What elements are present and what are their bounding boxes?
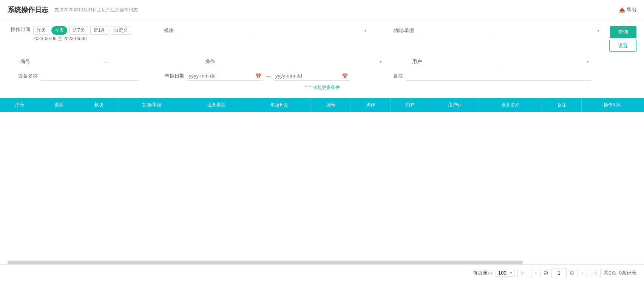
collapse-label: 收起更多条件 <box>313 85 340 90</box>
page-subtitle: 支持2020年10月31日之后产生的操作日志 <box>54 7 138 13</box>
query-button[interactable]: 查询 <box>610 26 636 38</box>
operation-select[interactable] <box>218 57 293 66</box>
module-select[interactable] <box>177 26 252 35</box>
doc-date-label: 单据日期 <box>154 73 184 79</box>
time-btn-today[interactable]: 今天 <box>51 26 67 35</box>
func-label: 功能/单据 <box>384 27 414 34</box>
per-page-select[interactable]: 100 50 200 <box>496 269 514 277</box>
calendar-from-icon[interactable]: 📅 <box>255 73 261 79</box>
filter-area: 操作时间 昨天 今天 近7天 近1月 自定义 2023-06-06 至 2023… <box>0 20 644 98</box>
col-index: 序号 <box>0 98 39 112</box>
table-header-row: 序号 类型 模块 功能/单据 业务类型 单据日期 编号 操作 用户 用户ip 设… <box>0 98 644 112</box>
code-to-input[interactable] <box>111 57 177 66</box>
col-type: 类型 <box>39 98 79 112</box>
page-label: 第 <box>544 270 548 276</box>
col-user-ip: 用户ip <box>430 98 479 112</box>
device-input[interactable] <box>41 71 139 81</box>
horizontal-scrollbar[interactable] <box>0 260 644 264</box>
export-label: 导出 <box>627 6 636 13</box>
page-title: 系统操作日志 <box>8 5 48 14</box>
col-device: 设备名称 <box>479 98 542 112</box>
time-btn-1month[interactable]: 近1月 <box>90 26 109 35</box>
code-from-input[interactable] <box>33 57 100 66</box>
remark-label: 备注 <box>380 73 403 79</box>
time-filter-group: 昨天 今天 近7天 近1月 自定义 <box>33 26 131 35</box>
device-label: 设备名称 <box>8 73 38 79</box>
col-remark: 备注 <box>542 98 581 112</box>
module-chevron-icon: ▼ <box>364 29 368 33</box>
first-page-button[interactable]: |< <box>517 269 528 277</box>
func-chevron-icon: ▼ <box>596 29 600 33</box>
col-code: 编号 <box>311 98 351 112</box>
time-btn-custom[interactable]: 自定义 <box>111 26 131 35</box>
user-select[interactable] <box>425 57 500 66</box>
total-text: 共0页, 0条记录 <box>604 270 636 276</box>
settings-button[interactable]: 设置 <box>609 40 636 52</box>
doc-date-separator: — <box>266 73 271 79</box>
col-operation: 操作 <box>351 98 390 112</box>
col-biz-type: 业务类型 <box>185 98 248 112</box>
page-number-input[interactable] <box>551 269 567 277</box>
table-container: 序号 类型 模块 功能/单据 业务类型 单据日期 编号 操作 用户 用户ip 设… <box>0 98 644 260</box>
time-label: 操作时间 <box>8 26 30 33</box>
calendar-to-icon[interactable]: 📅 <box>342 73 348 79</box>
time-btn-yesterday[interactable]: 昨天 <box>33 26 49 35</box>
next-page-button[interactable]: > <box>578 269 587 277</box>
operation-label: 操作 <box>192 58 215 65</box>
page-unit: 页 <box>570 270 575 276</box>
collapse-bar[interactable]: ⌃⌃ 收起更多条件 <box>8 82 636 95</box>
col-func: 功能/单据 <box>119 98 185 112</box>
last-page-button[interactable]: >| <box>590 269 601 277</box>
col-doc-date: 单据日期 <box>248 98 311 112</box>
data-table: 序号 类型 模块 功能/单据 业务类型 单据日期 编号 操作 用户 用户ip 设… <box>0 98 644 244</box>
doc-date-from-input[interactable] <box>187 71 263 81</box>
export-icon: 📤 <box>619 7 625 13</box>
code-separator: — <box>103 59 108 65</box>
func-select[interactable] <box>417 26 493 35</box>
time-btn-7days[interactable]: 近7天 <box>69 26 88 35</box>
module-label: 模块 <box>151 27 174 34</box>
user-chevron-icon: ▼ <box>586 60 590 64</box>
time-range-text: 2023-06-06 至 2023-06-06 <box>33 36 131 42</box>
code-label: 编号 <box>8 58 30 65</box>
operation-chevron-icon: ▼ <box>379 60 383 64</box>
prev-page-button[interactable]: < <box>531 269 541 277</box>
table-body <box>0 112 644 244</box>
per-page-label: 每页显示 <box>473 270 493 276</box>
export-button[interactable]: 📤 导出 <box>619 6 636 13</box>
pagination-bar: 每页显示 100 50 200 ▼ |< < 第 页 > >| 共0页, 0条记… <box>0 264 644 281</box>
remark-input[interactable] <box>406 71 591 81</box>
col-op-time: 操作时间 <box>581 98 644 112</box>
user-label: 用户 <box>399 58 422 65</box>
col-user: 用户 <box>390 98 430 112</box>
col-module: 模块 <box>79 98 119 112</box>
doc-date-to-input[interactable] <box>274 71 349 81</box>
collapse-chevron-icon: ⌃⌃ <box>304 85 312 90</box>
